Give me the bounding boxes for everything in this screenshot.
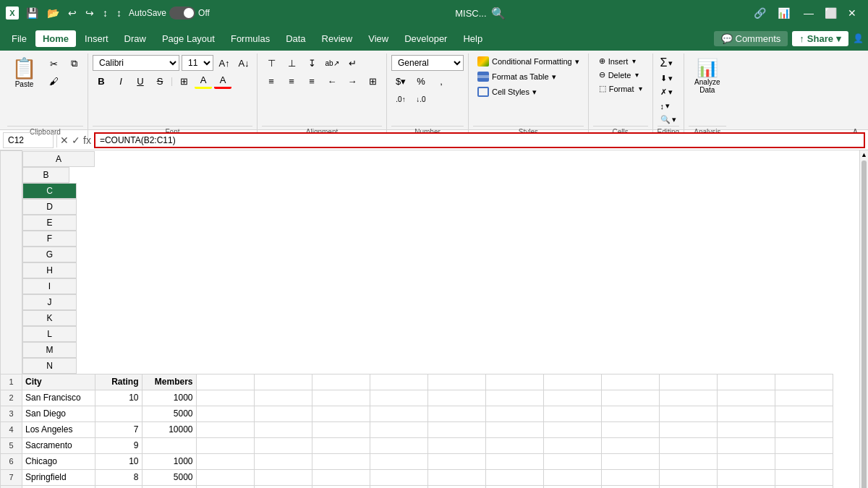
col-header-m[interactable]: M (22, 342, 77, 358)
cell-j4[interactable] (543, 421, 601, 437)
cell-l3[interactable] (659, 406, 717, 421)
redo-icon[interactable]: ↪ (82, 6, 97, 20)
cell-g7[interactable] (370, 469, 427, 485)
cell-h5[interactable] (427, 437, 485, 453)
cell-f1[interactable] (312, 374, 370, 390)
cell-h8[interactable] (427, 485, 485, 488)
decrease-font-button[interactable]: A↓ (235, 55, 252, 71)
minimize-button[interactable]: — (799, 3, 819, 23)
sort-custom-icon[interactable]: ↕ (114, 6, 124, 20)
cell-e1[interactable] (254, 374, 312, 390)
cell-n5[interactable] (775, 437, 833, 453)
cell-a1[interactable]: City (22, 374, 95, 390)
cell-k3[interactable] (601, 406, 659, 421)
cell-a3[interactable]: San Diego (22, 406, 95, 421)
comments-button[interactable]: 💬 Comments (714, 31, 788, 46)
bottom-align-button[interactable]: ↧ (302, 55, 321, 71)
cell-g4[interactable] (370, 421, 427, 437)
cell-reference-box[interactable]: C12 (3, 132, 54, 148)
save-icon[interactable]: 💾 (23, 6, 41, 20)
cell-e8[interactable] (254, 485, 312, 488)
folder-icon[interactable]: 📂 (44, 6, 62, 20)
row-num-3[interactable]: 3 (1, 406, 22, 421)
cell-g8[interactable] (370, 485, 427, 488)
cell-a8[interactable]: Peoria (22, 485, 95, 488)
cell-d2[interactable] (196, 390, 254, 406)
decrease-decimal-button[interactable]: ↓.0 (412, 91, 430, 107)
col-header-g[interactable]: G (22, 247, 77, 262)
menu-formulas[interactable]: Formulas (224, 30, 277, 47)
font-size-select[interactable]: 11 (182, 55, 213, 71)
cell-l1[interactable] (659, 374, 717, 390)
top-align-button[interactable]: ⊤ (262, 55, 281, 71)
col-header-i[interactable]: I (22, 278, 77, 294)
indent-increase-button[interactable]: → (343, 73, 362, 89)
cell-a4[interactable]: Los Angeles (22, 421, 95, 437)
col-header-n[interactable]: N (22, 358, 77, 374)
cell-c2[interactable]: 1000 (142, 390, 196, 406)
cell-c7[interactable]: 5000 (142, 469, 196, 485)
cell-f3[interactable] (312, 406, 370, 421)
cell-d8[interactable] (196, 485, 254, 488)
menu-developer[interactable]: Developer (397, 30, 454, 47)
cell-c8[interactable]: 10000 (142, 485, 196, 488)
col-header-f[interactable]: F (22, 231, 77, 247)
cell-n8[interactable] (775, 485, 833, 488)
cell-n7[interactable] (775, 469, 833, 485)
row-num-6[interactable]: 6 (1, 453, 22, 469)
cell-n3[interactable] (775, 406, 833, 421)
cell-h1[interactable] (427, 374, 485, 390)
cell-n6[interactable] (775, 453, 833, 469)
cell-l8[interactable] (659, 485, 717, 488)
cell-l5[interactable] (659, 437, 717, 453)
row-num-8[interactable]: 8 (1, 485, 22, 488)
cell-j2[interactable] (543, 390, 601, 406)
number-format-select[interactable]: General (391, 55, 464, 71)
cell-d5[interactable] (196, 437, 254, 453)
formula-confirm-button[interactable]: ✓ (72, 134, 80, 146)
format-as-table-button[interactable]: Format as Table ▾ (473, 70, 584, 83)
clear-button[interactable]: ✗ ▾ (658, 86, 679, 98)
formula-input[interactable] (94, 132, 865, 148)
cell-f7[interactable] (312, 469, 370, 485)
scroll-up-button[interactable]: ▲ (860, 150, 868, 159)
cell-i8[interactable] (485, 485, 543, 488)
cell-b1[interactable]: Rating (95, 374, 142, 390)
col-header-l[interactable]: L (22, 326, 77, 342)
row-num-5[interactable]: 5 (1, 437, 22, 453)
cell-d4[interactable] (196, 421, 254, 437)
cell-m5[interactable] (717, 437, 775, 453)
cell-k5[interactable] (601, 437, 659, 453)
cell-g3[interactable] (370, 406, 427, 421)
cell-m1[interactable] (717, 374, 775, 390)
cell-f8[interactable] (312, 485, 370, 488)
cell-h2[interactable] (427, 390, 485, 406)
sort-filter-button[interactable]: ↕ ▾ (658, 100, 679, 112)
cell-b6[interactable]: 10 (95, 453, 142, 469)
cell-j5[interactable] (543, 437, 601, 453)
cell-k2[interactable] (601, 390, 659, 406)
autosum-button[interactable]: Σ ▾ (658, 55, 679, 71)
cell-i6[interactable] (485, 453, 543, 469)
scroll-thumb[interactable] (861, 160, 867, 488)
cell-j6[interactable] (543, 453, 601, 469)
cell-e6[interactable] (254, 453, 312, 469)
menu-page-layout[interactable]: Page Layout (155, 30, 222, 47)
cell-d6[interactable] (196, 453, 254, 469)
connected-icon[interactable]: 🔗 (751, 6, 769, 20)
copy-button[interactable]: ⧉ (64, 56, 83, 72)
format-painter-button[interactable]: 🖌 (44, 73, 63, 89)
cell-f2[interactable] (312, 390, 370, 406)
cell-d7[interactable] (196, 469, 254, 485)
delete-cells-button[interactable]: ⊖ Delete ▾ (593, 69, 648, 81)
cell-c4[interactable]: 10000 (142, 421, 196, 437)
cell-a2[interactable]: San Francisco (22, 390, 95, 406)
middle-align-button[interactable]: ⊥ (282, 55, 301, 71)
cell-b3[interactable] (95, 406, 142, 421)
chart-icon[interactable]: 📊 (775, 6, 793, 20)
col-header-a[interactable]: A (22, 151, 95, 167)
cell-e3[interactable] (254, 406, 312, 421)
cell-c6[interactable]: 1000 (142, 453, 196, 469)
cell-i4[interactable] (485, 421, 543, 437)
cell-j8[interactable] (543, 485, 601, 488)
